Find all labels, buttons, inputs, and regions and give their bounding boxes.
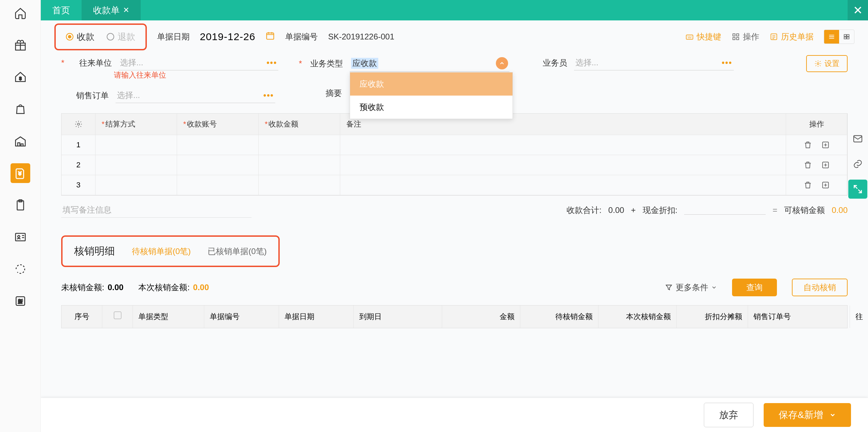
svg-text:新: 新 — [18, 299, 23, 304]
writeoff-tabs: 核销明细 待核销单据(0笔) 已核销单据(0笔) — [61, 235, 280, 267]
calendar-icon[interactable] — [265, 31, 275, 43]
svg-rect-18 — [847, 35, 849, 37]
delete-icon[interactable] — [803, 181, 812, 189]
wcol-alloc: 折扣分摊额 — [677, 305, 748, 328]
salesman-input[interactable]: 选择... ••• — [574, 55, 734, 70]
nav-refresh-icon[interactable] — [11, 259, 30, 279]
ellipsis-icon[interactable]: ••• — [266, 58, 277, 67]
ellipsis-icon[interactable]: ••• — [722, 58, 732, 67]
business-type-dropdown: 应收款 预收款 — [350, 72, 513, 119]
view-card-icon[interactable] — [839, 30, 854, 44]
table-row[interactable]: 1 — [62, 135, 847, 155]
business-type-option-prepay[interactable]: 预收款 — [350, 96, 513, 119]
recv-total-value: 0.00 — [608, 205, 624, 215]
wcol-pending: 待核销金额 — [520, 305, 598, 328]
gear-icon[interactable] — [62, 114, 96, 135]
ellipsis-icon[interactable]: ••• — [263, 90, 274, 100]
table-row[interactable]: 2 — [62, 155, 847, 175]
query-button[interactable]: 查询 — [732, 279, 777, 296]
tab-pending-writeoff[interactable]: 待核销单据(0笔) — [132, 246, 191, 257]
add-row-icon[interactable] — [821, 140, 830, 149]
top-bar: 首页 收款单 ✕ ✕ — [0, 0, 868, 20]
svg-text:$: $ — [19, 76, 21, 81]
top-tabs: 首页 收款单 ✕ — [41, 0, 141, 20]
svg-rect-17 — [844, 35, 846, 37]
writeoff-tools: 未核销金额:0.00 本次核销金额:0.00 更多条件 查询 自动核销 — [61, 279, 848, 296]
expand-icon[interactable] — [848, 180, 867, 199]
mail-icon[interactable] — [848, 129, 867, 148]
left-nav-rail: $ ¥ 新 — [0, 0, 41, 432]
add-row-icon[interactable] — [821, 161, 830, 169]
svg-point-6 — [18, 235, 20, 237]
wcol-due: 到期日 — [354, 305, 442, 328]
svg-rect-5 — [15, 233, 25, 241]
recv-total-label: 收款合计: — [567, 205, 602, 216]
radio-receive[interactable]: 收款 — [66, 31, 94, 43]
settings-button[interactable]: 设置 — [806, 55, 848, 72]
col-ops: 操作 — [786, 114, 847, 135]
nav-gift-icon[interactable] — [11, 35, 30, 55]
nav-warehouse-icon[interactable] — [11, 131, 30, 151]
tab-done-writeoff[interactable]: 已核销单据(0笔) — [208, 246, 266, 257]
close-icon[interactable]: ✕ — [123, 6, 129, 15]
tab-receipt-label: 收款单 — [93, 4, 120, 16]
business-type-option-ar[interactable]: 应收款 — [350, 72, 513, 96]
svg-rect-12 — [733, 34, 735, 36]
save-and-new-button[interactable]: 保存&新增 — [764, 403, 851, 427]
table-row[interactable]: 3 — [62, 175, 847, 195]
wcol-checkbox[interactable] — [102, 305, 133, 328]
wcol-sono: 销售订单号 — [748, 305, 850, 328]
nav-new-icon[interactable]: 新 — [11, 291, 30, 311]
operate-button[interactable]: 操作 — [731, 31, 759, 42]
add-row-icon[interactable] — [821, 181, 830, 189]
nav-bag-icon[interactable] — [11, 99, 30, 119]
tab-receipt[interactable]: 收款单 ✕ — [82, 0, 141, 20]
cash-discount-input[interactable] — [684, 205, 766, 215]
nav-idcard-icon[interactable] — [11, 227, 30, 247]
view-list-icon[interactable] — [824, 30, 839, 44]
business-type-select[interactable]: 应收款 — [350, 55, 509, 72]
svg-rect-9 — [854, 136, 862, 142]
salesorder-input[interactable]: 选择... ••• — [116, 88, 275, 103]
auto-writeoff-button[interactable]: 自动核销 — [792, 279, 848, 296]
svg-rect-20 — [847, 37, 849, 39]
wcol-partner-short: 往 — [850, 305, 868, 328]
remark-input[interactable]: 填写备注信息 — [61, 202, 251, 218]
partner-input[interactable]: 选择... ••• — [119, 55, 278, 70]
this-writeoff-value: 0.00 — [193, 283, 209, 292]
svg-point-22 — [77, 123, 80, 125]
wcol-type: 单据类型 — [133, 305, 204, 328]
wcol-thiswo: 本次核销金额 — [598, 305, 677, 328]
delete-icon[interactable] — [803, 161, 812, 169]
writeoff-title: 核销明细 — [74, 244, 115, 258]
svg-rect-10 — [267, 33, 274, 39]
window-close-button[interactable]: ✕ — [848, 0, 868, 20]
radio-refund[interactable]: 退款 — [107, 31, 135, 43]
link-icon[interactable] — [848, 154, 867, 173]
svg-rect-11 — [686, 35, 693, 39]
view-toggle — [824, 30, 854, 44]
hotkey-button[interactable]: 快捷键 — [685, 31, 721, 42]
settlement-table: *结算方式 *收款账号 *收款金额 备注 操作 1 2 3 — [61, 113, 848, 196]
summary-label: 摘要 — [305, 88, 342, 99]
wcol-amount: 金额 — [442, 305, 520, 328]
writeoff-table-header: 序号 单据类型 单据编号 单据日期 到期日 金额 待核销金额 本次核销金额 折扣… — [62, 305, 847, 328]
nav-finance-icon[interactable]: ¥ — [11, 163, 30, 183]
doc-date-label: 单据日期 — [157, 31, 190, 42]
history-button[interactable]: 历史单据 — [769, 31, 814, 42]
more-conditions-button[interactable]: 更多条件 — [665, 282, 717, 293]
doc-date-value[interactable]: 2019-12-26 — [200, 31, 255, 43]
svg-text:¥: ¥ — [18, 171, 21, 176]
svg-rect-13 — [736, 34, 739, 36]
nav-clipboard-icon[interactable] — [11, 195, 30, 215]
chevron-up-icon[interactable] — [496, 57, 508, 69]
delete-icon[interactable] — [803, 140, 812, 149]
wcol-docdate: 单据日期 — [279, 305, 354, 328]
discard-button[interactable]: 放弃 — [704, 403, 753, 427]
wcol-docno: 单据编号 — [204, 305, 279, 328]
writeoffable-value: 0.00 — [832, 205, 848, 215]
nav-home-icon[interactable] — [11, 3, 30, 23]
nav-dollar-house-icon[interactable]: $ — [11, 67, 30, 87]
tab-home[interactable]: 首页 — [41, 0, 82, 20]
totals-bar: 填写备注信息 收款合计: 0.00 + 现金折扣: = 可核销金额 0.00 — [61, 199, 848, 225]
